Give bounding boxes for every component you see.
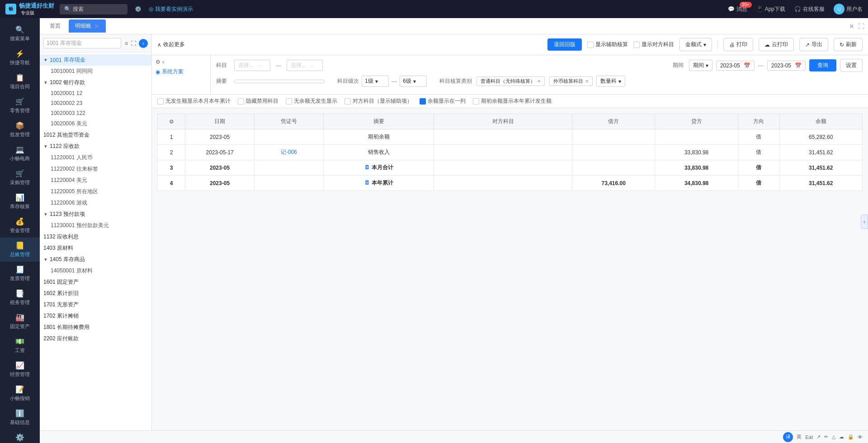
sidebar-item-inventory[interactable]: 📊 库存核算: [0, 190, 40, 214]
show-aux-cb[interactable]: [587, 42, 594, 48]
account-item-11220001[interactable]: 11220001 人民币: [40, 152, 151, 163]
account-search-input[interactable]: 1001 库存现金: [43, 38, 121, 48]
opt-no-amount[interactable]: 无发生额显示本月本年累计: [157, 97, 231, 105]
scheme-button[interactable]: ◉ 系统方案: [156, 68, 207, 76]
level-to-select[interactable]: 6级 ▾: [400, 76, 427, 87]
app-download-button[interactable]: 📱 App下载: [756, 5, 785, 13]
opt-balance-col[interactable]: 余额显示在一列: [420, 97, 466, 105]
settings-icon[interactable]: ⚙️: [135, 6, 142, 12]
account-item-1403[interactable]: 1403 原材料: [40, 243, 151, 254]
amount-format-button[interactable]: 金额式 ▾: [679, 38, 712, 51]
sidebar-item-system[interactable]: ⚙️ 系统管理: [0, 429, 40, 443]
export-button[interactable]: ↗ 导出: [799, 38, 828, 51]
account-item-1702[interactable]: 1702 累计摊销: [40, 310, 151, 322]
opt-counter-subject[interactable]: 对方科目（显示辅助项）: [344, 97, 412, 105]
settings-button[interactable]: 设置: [840, 59, 863, 72]
subject-input[interactable]: 选择... ···: [234, 60, 270, 71]
account-expand-icon[interactable]: ⛶: [131, 40, 136, 47]
subject-end-input[interactable]: 选择... ···: [287, 60, 323, 71]
opt-no-balance-cb[interactable]: [286, 98, 292, 105]
sidebar-item-quick-nav[interactable]: ⚡ 快捷导航: [0, 46, 40, 70]
account-item-11220002[interactable]: 11220002 往来标签: [40, 163, 151, 175]
account-item-14050001[interactable]: 14050001 原材料: [40, 265, 151, 276]
period-type-select[interactable]: 期间 ▾: [689, 60, 712, 71]
account-nav-icon[interactable]: ›: [139, 39, 148, 48]
cat-tag-normal[interactable]: 普通科目（无特殊核算） ✕: [476, 76, 545, 86]
account-item-10010001[interactable]: 10010001 同同同: [40, 66, 151, 77]
sidebar-item-salary[interactable]: 💵 工资: [0, 333, 40, 357]
amount-cat-select[interactable]: 数量科 ▾: [596, 76, 625, 87]
sidebar-item-assets[interactable]: 🏭 固定资产: [0, 310, 40, 333]
account-item-1601[interactable]: 1601 固定资产: [40, 276, 151, 288]
opt-no-balance[interactable]: 无余额无发生显示: [286, 97, 337, 105]
summary-input[interactable]: [234, 80, 325, 83]
opt-hide-disabled[interactable]: 隐藏禁用科目: [238, 97, 278, 105]
refresh-button[interactable]: ↻ 刷新: [834, 38, 863, 51]
right-collapse-button[interactable]: ‹: [861, 214, 868, 229]
account-item-1132[interactable]: 1132 应收利息: [40, 231, 151, 243]
show-counter-cb[interactable]: [633, 42, 640, 48]
return-old-version-button[interactable]: 退回旧版: [547, 38, 582, 51]
sidebar-item-basic[interactable]: ℹ️ 基础信息: [0, 405, 40, 429]
account-item-10020001[interactable]: 10020001 12: [40, 88, 151, 98]
account-item-11220005[interactable]: 11220005 所在地区: [40, 186, 151, 197]
message-button[interactable]: 💬 消息 99+: [728, 5, 747, 13]
sidebar-item-search-menu[interactable]: 🔍 搜索菜单: [0, 22, 40, 46]
sidebar-item-tax[interactable]: 📑 税务管理: [0, 286, 40, 310]
opt-year-balance[interactable]: 期初余额显示本年累计发生额: [473, 97, 552, 105]
account-item-1122[interactable]: ▼ 1122 应收款: [40, 141, 151, 152]
voucher-link[interactable]: 记-006: [281, 149, 297, 155]
account-list-icon[interactable]: ≡: [125, 40, 128, 47]
sidebar-item-business[interactable]: 📈 经营管理: [0, 357, 40, 381]
sidebar-item-ledger[interactable]: 📒 总账管理: [0, 238, 40, 262]
print-button[interactable]: 🖨 打印: [723, 38, 753, 51]
opt-no-amount-cb[interactable]: [157, 98, 164, 105]
query-button[interactable]: 查询: [809, 59, 836, 71]
user-profile[interactable]: U 用户名: [834, 4, 863, 14]
sidebar-item-wholesale[interactable]: 📦 批发管理: [0, 118, 40, 142]
opt-balance-col-cb[interactable]: [420, 98, 426, 105]
period-end-input[interactable]: 2023-05 📅: [767, 61, 806, 71]
tab-home[interactable]: 首页: [43, 19, 67, 33]
period-start-input[interactable]: 2023-05 📅: [716, 61, 755, 71]
online-service-button[interactable]: 🎧 在线客服: [794, 5, 825, 13]
sidebar-item-expense[interactable]: 📝 小畅报销: [0, 381, 40, 405]
filter-settings-icon[interactable]: ⚙: [156, 59, 160, 65]
cat-normal-close[interactable]: ✕: [537, 79, 541, 84]
account-item-1405[interactable]: ▼ 1405 库存商品: [40, 254, 151, 265]
account-item-1701[interactable]: 1701 无形资产: [40, 299, 151, 310]
account-item-11220004[interactable]: 11220004 美元: [40, 175, 151, 186]
account-item-11230001[interactable]: 11230001 预付款款美元: [40, 220, 151, 231]
cloud-print-button[interactable]: ☁ 云打印: [759, 38, 794, 51]
level-from-select[interactable]: 1级 ▾: [362, 76, 389, 87]
sidebar-item-retail[interactable]: 🛒 零售管理: [0, 94, 40, 118]
account-item-2202[interactable]: 2202 应付账款: [40, 333, 151, 344]
sidebar-item-ecommerce[interactable]: 💻 小畅电商: [0, 142, 40, 166]
filter-collapse-icon[interactable]: ‹: [162, 59, 164, 65]
opt-year-balance-cb[interactable]: [473, 98, 479, 105]
translate-button[interactable]: 译: [783, 432, 793, 442]
account-item-1001[interactable]: ▼ 1001 库存现金: [40, 54, 151, 66]
opt-counter-subject-cb[interactable]: [344, 98, 351, 105]
collapse-filter-btn[interactable]: ∧ 收起更多: [157, 41, 185, 48]
account-item-10020002[interactable]: 10020002 23: [40, 98, 151, 108]
sidebar-item-finance[interactable]: 💰 资金管理: [0, 214, 40, 238]
cat-foreign-close[interactable]: ✕: [585, 79, 589, 84]
account-item-10020006[interactable]: 10020006 美元: [40, 118, 151, 129]
tab-ledger[interactable]: 明细账 ✕: [69, 19, 106, 33]
account-item-1012[interactable]: 1012 其他货币资金: [40, 129, 151, 141]
tab-expand-button[interactable]: ✕ ⛶: [849, 23, 864, 30]
account-item-11220006[interactable]: 11220006 游戏: [40, 197, 151, 209]
row-2-voucher[interactable]: 记-006: [254, 145, 323, 160]
cat-tag-foreign[interactable]: 外币核算科目 ✕: [549, 76, 593, 86]
sidebar-item-invoice[interactable]: 🧾 发票管理: [0, 262, 40, 286]
account-item-1801[interactable]: 1801 长期待摊费用: [40, 322, 151, 333]
account-item-1123[interactable]: ▼ 1123 预付款项: [40, 209, 151, 220]
account-item-1002[interactable]: ▼ 1002 银行存款: [40, 77, 151, 88]
demo-button[interactable]: ◎ 我要看实例演示: [149, 5, 193, 13]
tab-close-button[interactable]: ✕: [94, 23, 99, 30]
sidebar-item-project[interactable]: 📋 项目合同: [0, 70, 40, 94]
opt-hide-disabled-cb[interactable]: [238, 98, 244, 105]
top-search-box[interactable]: 🔍 搜索: [60, 4, 127, 14]
account-item-1602[interactable]: 1602 累计折旧: [40, 288, 151, 299]
